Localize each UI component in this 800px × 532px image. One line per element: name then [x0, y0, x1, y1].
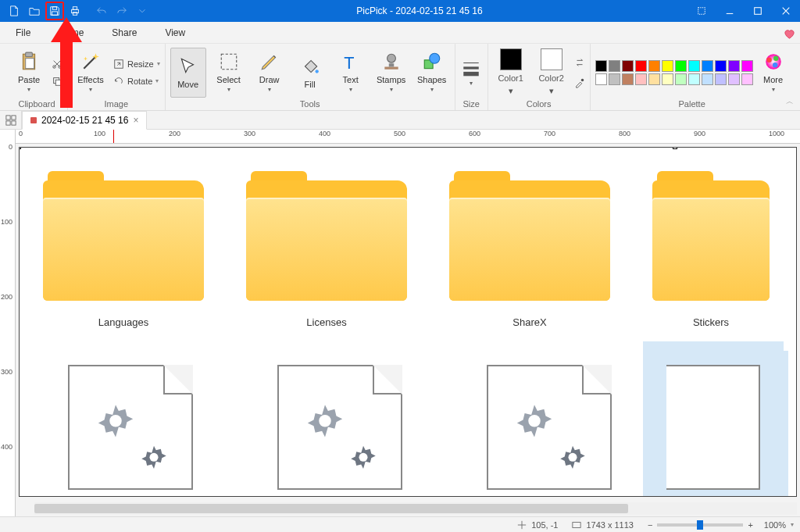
palette-color[interactable]	[635, 73, 647, 85]
horizontal-scrollbar[interactable]	[34, 502, 797, 515]
scrollbar-thumb[interactable]	[34, 504, 628, 513]
svg-rect-19	[384, 67, 398, 70]
palette-color[interactable]	[609, 73, 620, 85]
stamp-icon	[381, 52, 402, 72]
paste-button[interactable]: Paste ▾	[11, 48, 47, 98]
minimize-icon[interactable]	[716, 0, 744, 22]
folder-item: Languages	[43, 171, 204, 328]
svg-point-40	[569, 453, 577, 462]
line-size-button[interactable]: ▾	[459, 48, 484, 98]
close-icon[interactable]	[772, 0, 800, 22]
redo-icon[interactable]	[112, 2, 131, 20]
horizontal-ruler[interactable]: 01002003004005006007008009001000	[16, 130, 800, 144]
draw-button[interactable]: Draw▾	[252, 48, 288, 98]
resize-handle[interactable]	[673, 147, 677, 149]
print-icon[interactable]	[66, 2, 84, 20]
palette-color[interactable]	[595, 73, 607, 85]
palette-color[interactable]	[688, 73, 700, 85]
color1-button[interactable]: Color1▾	[493, 48, 529, 96]
palette-color[interactable]	[702, 73, 713, 85]
document-tab[interactable]: 2024-02-15 21 45 16 ×	[22, 111, 147, 130]
qat-dropdown-icon[interactable]	[133, 2, 152, 20]
shapes-button[interactable]: Shapes▾	[414, 48, 450, 98]
palette-color[interactable]	[622, 73, 634, 85]
copy-button[interactable]	[52, 74, 62, 88]
compact-mode-icon[interactable]	[688, 0, 716, 22]
ribbon-group-image: Effects ▾ Resize ▾ Rotate ▾ Image	[68, 44, 166, 110]
folder-label: ShareX	[512, 316, 546, 328]
palette-color[interactable]	[728, 60, 740, 72]
more-label: More	[763, 75, 783, 84]
tab-file[interactable]: File	[12, 23, 34, 43]
maximize-icon[interactable]	[744, 0, 772, 22]
palette-color[interactable]	[728, 73, 740, 85]
palette-color[interactable]	[595, 60, 607, 72]
thumbnails-button[interactable]	[0, 111, 22, 129]
text-icon: T	[341, 52, 361, 72]
palette-color[interactable]	[702, 60, 713, 72]
tab-share[interactable]: Share	[109, 23, 140, 43]
palette-color[interactable]	[648, 60, 660, 72]
select-button[interactable]: Select▾	[211, 48, 247, 98]
palette-color[interactable]	[609, 60, 620, 72]
eyedropper-button[interactable]	[574, 76, 585, 90]
zoom-slider[interactable]	[657, 523, 743, 527]
file-item	[277, 365, 402, 490]
palette-color[interactable]	[662, 73, 673, 85]
text-button[interactable]: T Text▾	[333, 48, 369, 98]
window-controls	[688, 0, 800, 22]
palette-color[interactable]	[715, 60, 727, 72]
vertical-ruler[interactable]: 0100200300400	[0, 130, 16, 516]
rotate-button[interactable]: Rotate ▾	[113, 74, 160, 88]
fill-button[interactable]: Fill	[292, 48, 328, 98]
svg-rect-6	[755, 8, 762, 15]
color2-button[interactable]: Color2▾	[534, 48, 570, 96]
favorite-icon[interactable]	[784, 28, 795, 43]
zoom-out-button[interactable]: −	[648, 520, 652, 530]
crosshair-icon	[517, 520, 527, 530]
folder-item: Licenses	[246, 171, 407, 328]
folder-docs-icon	[246, 171, 407, 301]
color-wheel-icon	[763, 52, 784, 72]
canvas[interactable]: Languages Licenses	[19, 147, 797, 497]
palette-color[interactable]	[675, 73, 687, 85]
palette-color[interactable]	[688, 60, 700, 72]
cut-button[interactable]	[52, 57, 62, 71]
palette-color[interactable]	[675, 60, 687, 72]
open-icon[interactable]	[25, 2, 44, 20]
canvas-viewport[interactable]: Languages Licenses	[16, 144, 800, 516]
stamps-button[interactable]: Stamps▾	[373, 48, 409, 98]
window-title: PicPick - 2024-02-15 21 45 16	[152, 5, 688, 16]
palette-color[interactable]	[622, 60, 634, 72]
move-button[interactable]: Move	[170, 48, 206, 98]
zoom-in-button[interactable]: +	[748, 520, 752, 530]
undo-icon[interactable]	[92, 2, 111, 20]
tab-view[interactable]: View	[162, 23, 188, 43]
move-label: Move	[177, 80, 198, 89]
svg-point-35	[109, 415, 122, 427]
status-bar: 105, -1 1743 x 1113 − + 100% ▾	[0, 516, 800, 532]
more-colors-button[interactable]: More▾	[758, 48, 789, 98]
save-icon[interactable]	[45, 2, 64, 20]
palette-color[interactable]	[635, 60, 647, 72]
palette-color[interactable]	[741, 60, 753, 72]
cursor-icon	[178, 56, 198, 77]
size-group-label: Size	[462, 98, 479, 109]
palette-color[interactable]	[741, 73, 753, 85]
ribbon-collapse-icon[interactable]: ︿	[786, 96, 794, 107]
palette-color[interactable]	[648, 73, 660, 85]
resize-button[interactable]: Resize ▾	[113, 57, 160, 71]
effects-button[interactable]: Effects ▾	[73, 48, 109, 98]
svg-point-39	[528, 415, 541, 427]
new-icon[interactable]	[5, 2, 23, 20]
tab-close-icon[interactable]: ×	[133, 115, 138, 126]
svg-point-17	[315, 70, 318, 73]
fill-label: Fill	[305, 80, 316, 89]
editor-area: 0100200300400 01002003004005006007008009…	[0, 130, 800, 516]
palette-color[interactable]	[715, 73, 727, 85]
resize-handle[interactable]	[19, 147, 21, 149]
palette-grid	[595, 60, 753, 85]
palette-color[interactable]	[662, 60, 673, 72]
tab-home[interactable]: Home	[55, 23, 87, 43]
swap-colors-button[interactable]	[574, 55, 585, 70]
